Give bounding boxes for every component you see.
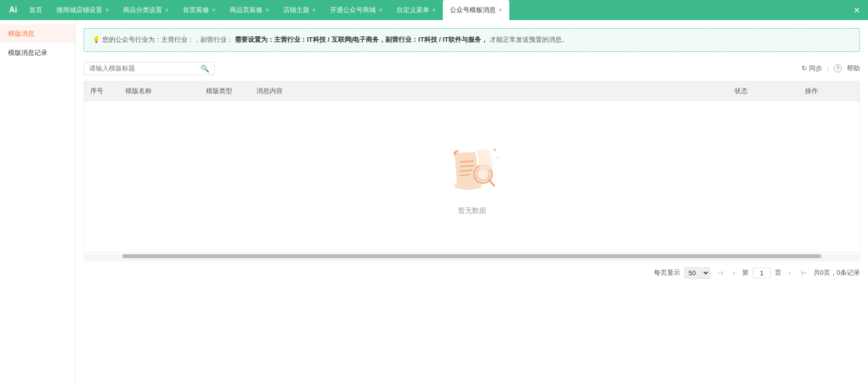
page-prev-button[interactable]: ‹ (730, 268, 738, 278)
tab-store-settings[interactable]: 微商城店铺设置 × (49, 0, 116, 20)
sidebar-item-template-msg[interactable]: 模版消息 (0, 24, 75, 43)
tab-close-home-decor[interactable]: × (212, 7, 216, 14)
scrollbar-thumb[interactable] (122, 254, 821, 258)
tab-template-msg[interactable]: 公众号模板消息 × (443, 0, 509, 20)
page-next-button[interactable]: › (785, 268, 793, 278)
notice-highlight-text: 需要设置为：主营行业：IT科技 / 互联网|电子商务，副营行业：IT科技 / I… (235, 36, 488, 43)
search-button[interactable]: 🔍 (201, 64, 209, 72)
tab-close-store-theme[interactable]: × (312, 7, 316, 14)
empty-text: 暂无数据 (458, 206, 486, 215)
sync-button[interactable]: ↻ 同步 (802, 64, 822, 73)
tab-category-settings[interactable]: 商品分类设置 × (116, 0, 176, 20)
notice-box: 💡 您的公众号行业为：主营行业：，副营行业： 需要设置为：主营行业：IT科技 /… (84, 28, 860, 52)
page-number-input[interactable] (753, 268, 771, 278)
tab-close-category-settings[interactable]: × (165, 7, 169, 14)
svg-text:✦: ✦ (492, 146, 497, 153)
tab-store-theme[interactable]: 店铺主题 × (276, 0, 323, 20)
table-header: 序号 模版名称 模版类型 消息内容 状态 操作 (84, 82, 859, 101)
pagination: 每页显示 50 20 100 ⊣ ‹ 第 页 › ⊢ 共0页，0条记录 (84, 267, 860, 279)
tab-close-template-msg[interactable]: × (499, 7, 502, 14)
svg-text:✦: ✦ (496, 156, 500, 160)
page-last-button[interactable]: ⊢ (798, 268, 810, 278)
tab-home-decor[interactable]: 首页装修 × (176, 0, 223, 20)
col-name: 模版名称 (119, 82, 200, 101)
total-info: 共0页，0条记录 (814, 268, 860, 277)
page-label-suf: 页 (775, 268, 781, 277)
empty-illustration: ✦ ✦ (442, 138, 502, 198)
per-page-label: 每页显示 (654, 268, 680, 277)
help-icon: ? (834, 64, 842, 72)
col-index: 序号 (84, 82, 119, 101)
tab-close-custom-menu[interactable]: × (432, 7, 436, 14)
col-status: 状态 (728, 82, 799, 101)
search-input[interactable] (89, 64, 201, 72)
tab-custom-menu[interactable]: 自定义菜单 × (389, 0, 443, 20)
window-close-button[interactable]: ✕ (849, 6, 864, 15)
page-first-button[interactable]: ⊣ (714, 268, 726, 278)
search-input-wrap: 🔍 (84, 62, 215, 75)
page-label-pre: 第 (742, 268, 749, 277)
col-actions: 操作 (799, 82, 859, 101)
sidebar: 模版消息 模版消息记录 (0, 20, 76, 386)
app-logo: Ai (4, 0, 22, 20)
empty-state: ✦ ✦ 暂无数据 (442, 118, 502, 236)
sidebar-item-template-record[interactable]: 模版消息记录 (0, 43, 75, 62)
toolbar-divider: | (827, 64, 829, 72)
svg-line-7 (489, 180, 494, 186)
notice-icon: 💡 (92, 36, 100, 43)
per-page-select[interactable]: 50 20 100 (684, 267, 710, 279)
tab-close-store-settings[interactable]: × (105, 7, 109, 14)
tab-bar: Ai 首页 微商城店铺设置 × 商品分类设置 × 首页装修 × 商品页装修 × … (0, 0, 868, 20)
help-button[interactable]: 帮助 (847, 64, 860, 73)
tab-close-open-mall[interactable]: × (379, 7, 382, 14)
main-layout: 模版消息 模版消息记录 💡 您的公众号行业为：主营行业：，副营行业： 需要设置为… (0, 20, 868, 386)
tab-home[interactable]: 首页 (22, 0, 49, 20)
table-body: ✦ ✦ 暂无数据 (84, 101, 859, 252)
content-area: 💡 您的公众号行业为：主营行业：，副营行业： 需要设置为：主营行业：IT科技 /… (76, 20, 868, 386)
horizontal-scrollbar[interactable] (84, 254, 860, 261)
tab-open-mall[interactable]: 开通公众号商城 × (323, 0, 389, 20)
toolbar-right: ↻ 同步 | ? 帮助 (802, 64, 860, 73)
tab-close-product-decor[interactable]: × (265, 7, 269, 14)
col-type: 模版类型 (200, 82, 250, 101)
col-content: 消息内容 (250, 82, 728, 101)
search-bar: 🔍 ↻ 同步 | ? 帮助 (84, 62, 860, 75)
tab-product-decor[interactable]: 商品页装修 × (223, 0, 276, 20)
data-table: 序号 模版名称 模版类型 消息内容 状态 操作 (84, 81, 860, 253)
